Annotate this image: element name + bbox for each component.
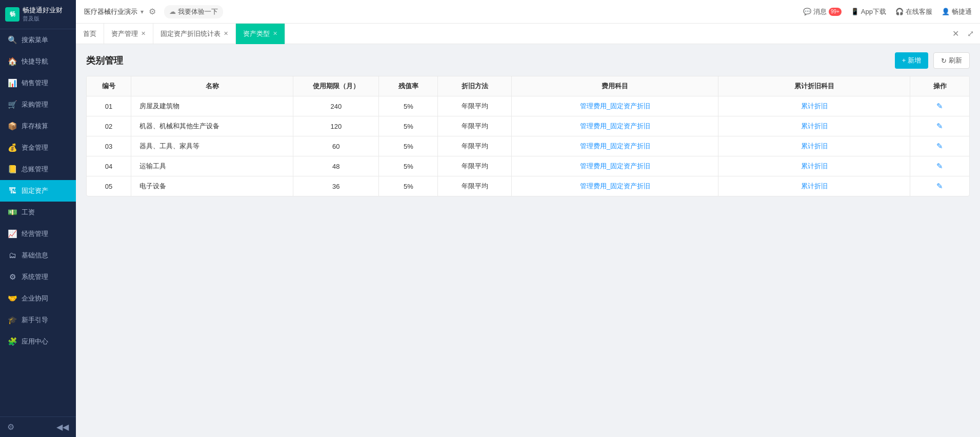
cell-acc-subject: 累计折旧 [718, 136, 910, 156]
ops-icon: 📈 [7, 229, 17, 239]
cell-method: 年限平均 [438, 96, 512, 116]
cell-period: 36 [293, 176, 379, 196]
tab-asset-type[interactable]: 资产类型 ✕ [236, 24, 285, 44]
sidebar-item-label: 搜索菜单 [22, 35, 48, 45]
cell-no: 03 [87, 136, 131, 156]
cell-residual: 5% [379, 156, 438, 176]
topbar-dropdown-icon[interactable]: ▾ [141, 8, 144, 15]
col-header-no: 编号 [87, 76, 131, 96]
tabbar-actions: ✕ ⤢ [950, 27, 980, 41]
topbar-settings-icon[interactable]: ⚙ [149, 7, 156, 16]
sidebar-nav: 🔍 搜索菜单 🏠 快捷导航 📊 销售管理 🛒 采购管理 📦 库存核算 💰 资金管… [0, 29, 76, 416]
sidebar-item-ops[interactable]: 📈 经营管理 [0, 223, 76, 245]
sidebar-item-label: 销售管理 [22, 78, 48, 88]
edit-icon[interactable]: ✎ [936, 122, 943, 130]
main-area: 医疗器械行业演示 ▾ ⚙ ☁ 我要体验一下 💬 消息 99+ 📱 App下载 🎧… [76, 0, 980, 437]
page-title: 类别管理 [86, 54, 123, 67]
tab-home[interactable]: 首页 [76, 24, 104, 44]
sidebar-footer: ⚙ ◀◀ [0, 416, 76, 437]
tab-close-window-icon[interactable]: ✕ [950, 27, 961, 41]
cell-acc-subject: 累计折旧 [718, 96, 910, 116]
sidebar-item-inventory[interactable]: 📦 库存核算 [0, 115, 76, 137]
app-download-label: App下载 [861, 7, 886, 16]
cell-op: ✎ [910, 156, 969, 176]
sidebar-item-capital[interactable]: 💰 资金管理 [0, 137, 76, 158]
cell-no: 05 [87, 176, 131, 196]
cell-acc-subject: 累计折旧 [718, 176, 910, 196]
cell-fee-subject: 管理费用_固定资产折旧 [512, 96, 718, 116]
tab-depreciation-table[interactable]: 固定资产折旧统计表 ✕ [153, 24, 236, 44]
content-area: 类别管理 + 新增 ↻ 刷新 编号 名称 使用期限（月） 残值率 折旧方法 [76, 44, 980, 437]
guide-icon: 🎓 [7, 315, 17, 325]
edit-icon[interactable]: ✎ [936, 142, 943, 150]
cell-acc-subject: 累计折旧 [718, 116, 910, 136]
cell-acc-subject: 累计折旧 [718, 156, 910, 176]
cell-fee-subject: 管理费用_固定资产折旧 [512, 116, 718, 136]
base-icon: 🗂 [7, 250, 17, 261]
tab-asset-mgmt-close[interactable]: ✕ [141, 30, 146, 37]
sidebar-item-appstore[interactable]: 🧩 应用中心 [0, 331, 76, 352]
refresh-label: 刷新 [949, 56, 962, 65]
sidebar-item-label: 企业协同 [22, 294, 48, 303]
new-button[interactable]: + 新增 [895, 52, 928, 69]
sidebar-item-quicknav[interactable]: 🏠 快捷导航 [0, 51, 76, 72]
edit-icon[interactable]: ✎ [936, 102, 943, 110]
sidebar-item-base[interactable]: 🗂 基础信息 [0, 245, 76, 266]
search-icon: 🔍 [7, 35, 17, 45]
page-header: 类别管理 + 新增 ↻ 刷新 [86, 52, 970, 69]
service-icon: 🎧 [895, 8, 904, 15]
collapse-sidebar-icon[interactable]: ◀◀ [56, 422, 69, 432]
refresh-button[interactable]: ↻ 刷新 [933, 52, 970, 69]
page-actions: + 新增 ↻ 刷新 [895, 52, 970, 69]
sidebar-item-ledger[interactable]: 📒 总账管理 [0, 158, 76, 180]
sidebar-item-label: 应用中心 [22, 337, 48, 346]
cell-name: 房屋及建筑物 [131, 96, 293, 116]
sidebar-item-label: 工资 [22, 208, 35, 217]
cell-residual: 5% [379, 116, 438, 136]
app-download-btn[interactable]: 📱 App下载 [851, 7, 886, 16]
col-header-acc: 累计折旧科目 [718, 76, 910, 96]
system-icon: ⚙ [7, 272, 17, 282]
sidebar-item-purchase[interactable]: 🛒 采购管理 [0, 94, 76, 115]
tab-home-label: 首页 [83, 29, 96, 38]
settings-footer-icon[interactable]: ⚙ [7, 422, 14, 432]
sidebar-app-info: 畅捷通好业财 普及版 [23, 6, 63, 23]
tab-asset-mgmt[interactable]: 资产管理 ✕ [104, 24, 153, 44]
cell-method: 年限平均 [438, 136, 512, 156]
cell-no: 04 [87, 156, 131, 176]
topbar-experience-btn[interactable]: ☁ 我要体验一下 [164, 5, 223, 18]
sidebar-app-name: 畅捷通好业财 [23, 6, 63, 15]
home-icon: 🏠 [7, 56, 17, 67]
sidebar-item-label: 经营管理 [22, 229, 48, 239]
col-header-fee: 费用科目 [512, 76, 718, 96]
cell-method: 年限平均 [438, 156, 512, 176]
sidebar-item-label: 基础信息 [22, 251, 48, 260]
user-btn[interactable]: 👤 畅捷通 [942, 7, 972, 16]
purchase-icon: 🛒 [7, 100, 17, 110]
edit-icon[interactable]: ✎ [936, 162, 943, 170]
sidebar: 畅 畅捷通好业财 普及版 🔍 搜索菜单 🏠 快捷导航 📊 销售管理 🛒 采购管理… [0, 0, 76, 437]
table-row: 01 房屋及建筑物 240 5% 年限平均 管理费用_固定资产折旧 累计折旧 ✎ [87, 96, 969, 116]
cell-op: ✎ [910, 116, 969, 136]
enterprise-icon: 🤝 [7, 293, 17, 304]
sidebar-item-system[interactable]: ⚙ 系统管理 [0, 266, 76, 288]
customer-service-btn[interactable]: 🎧 在线客服 [895, 7, 932, 16]
payroll-icon: 💵 [7, 207, 17, 217]
sidebar-item-enterprise[interactable]: 🤝 企业协同 [0, 288, 76, 309]
topbar: 医疗器械行业演示 ▾ ⚙ ☁ 我要体验一下 💬 消息 99+ 📱 App下载 🎧… [76, 0, 980, 24]
cell-name: 电子设备 [131, 176, 293, 196]
sidebar-item-search[interactable]: 🔍 搜索菜单 [0, 29, 76, 51]
cell-fee-subject: 管理费用_固定资产折旧 [512, 156, 718, 176]
sidebar-item-payroll[interactable]: 💵 工资 [0, 202, 76, 223]
edit-icon[interactable]: ✎ [936, 182, 943, 190]
cell-period: 48 [293, 156, 379, 176]
tab-maximize-icon[interactable]: ⤢ [965, 27, 976, 41]
sidebar-item-sales[interactable]: 📊 销售管理 [0, 72, 76, 94]
tab-asset-type-close[interactable]: ✕ [273, 30, 277, 37]
message-btn[interactable]: 💬 消息 99+ [803, 7, 842, 16]
cell-op: ✎ [910, 176, 969, 196]
cell-residual: 5% [379, 176, 438, 196]
sidebar-item-guide[interactable]: 🎓 新手引导 [0, 309, 76, 331]
tab-depreciation-close[interactable]: ✕ [224, 30, 228, 37]
sidebar-item-fixed[interactable]: 🏗 固定资产 [0, 180, 76, 202]
